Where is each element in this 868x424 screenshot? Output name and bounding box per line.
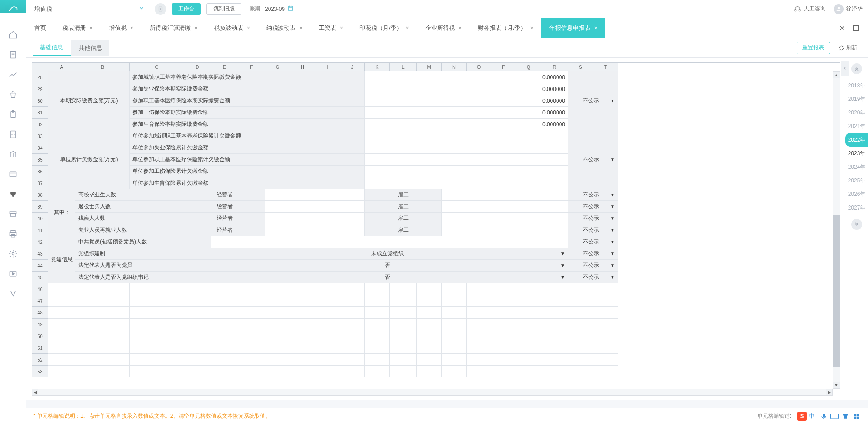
refresh-button[interactable]: 刷新 — [838, 44, 857, 52]
tab-expand-icon[interactable] — [849, 21, 863, 35]
column-header[interactable]: P — [491, 63, 516, 71]
sogou-ime-icon[interactable]: S — [797, 412, 807, 421]
empty-cell[interactable] — [593, 295, 618, 307]
row-header[interactable]: 37 — [32, 177, 48, 189]
empty-cell[interactable] — [417, 295, 442, 307]
empty-cell[interactable] — [48, 330, 75, 342]
nav-tax-icon[interactable] — [0, 184, 26, 204]
empty-cell[interactable] — [568, 342, 593, 354]
year-item[interactable]: 2019年 — [845, 92, 868, 106]
empty-cell[interactable] — [184, 307, 211, 319]
row-header[interactable]: 51 — [32, 342, 48, 354]
empty-cell[interactable] — [467, 283, 491, 295]
row-header[interactable]: 39 — [32, 201, 48, 213]
column-header[interactable]: K — [365, 63, 390, 71]
nav-archive-icon[interactable] — [0, 204, 26, 224]
column-header[interactable]: F — [238, 63, 265, 71]
nav-calc-icon[interactable] — [0, 124, 26, 144]
empty-cell[interactable] — [265, 330, 290, 342]
empty-cell[interactable] — [290, 354, 315, 366]
empty-cell[interactable] — [75, 283, 130, 295]
empty-cell[interactable] — [48, 307, 75, 319]
tab-item[interactable]: 增值税× — [101, 18, 142, 38]
empty-cell[interactable] — [568, 295, 593, 307]
row-header[interactable]: 29 — [32, 83, 48, 95]
row-header[interactable]: 41 — [32, 224, 48, 236]
empty-cell[interactable] — [265, 319, 290, 330]
empty-cell[interactable] — [390, 307, 417, 319]
empty-cell[interactable] — [265, 366, 290, 377]
subtab-basic[interactable]: 基础信息 — [33, 40, 71, 56]
switch-old-button[interactable]: 切到旧版 — [206, 3, 241, 15]
value-cell[interactable] — [211, 236, 568, 248]
mid-dropdown-cell[interactable]: 否▼ — [211, 260, 568, 272]
row-header[interactable]: 32 — [32, 119, 48, 130]
empty-cell[interactable] — [491, 342, 516, 354]
empty-cell[interactable] — [315, 295, 340, 307]
row-header[interactable]: 42 — [32, 236, 48, 248]
column-header[interactable]: O — [467, 63, 491, 71]
empty-cell[interactable] — [417, 283, 442, 295]
empty-cell[interactable] — [467, 330, 491, 342]
row-header[interactable]: 49 — [32, 319, 48, 330]
empty-cell[interactable] — [442, 283, 467, 295]
empty-cell[interactable] — [365, 295, 390, 307]
empty-cell[interactable] — [593, 330, 618, 342]
empty-cell[interactable] — [290, 307, 315, 319]
empty-cell[interactable] — [75, 354, 130, 366]
empty-cell[interactable] — [541, 366, 568, 377]
row-header[interactable]: 33 — [32, 130, 48, 142]
nav-home-icon[interactable] — [0, 25, 26, 45]
column-header[interactable]: D — [184, 63, 211, 71]
reset-report-button[interactable]: 重置报表 — [797, 42, 830, 54]
empty-cell[interactable] — [340, 319, 365, 330]
year-item[interactable]: 2020年 — [845, 106, 868, 119]
column-header[interactable]: B — [75, 63, 130, 71]
tab-item[interactable]: 税表清册× — [54, 18, 101, 38]
ime-keyboard-icon[interactable] — [830, 412, 839, 421]
empty-cell[interactable] — [211, 342, 238, 354]
empty-cell[interactable] — [516, 366, 541, 377]
empty-cell[interactable] — [541, 342, 568, 354]
empty-cell[interactable] — [340, 342, 365, 354]
row-header[interactable]: 47 — [32, 295, 48, 307]
value-cell[interactable] — [442, 224, 568, 236]
tab-close-x-icon[interactable]: × — [530, 25, 533, 31]
empty-cell[interactable] — [75, 330, 130, 342]
empty-cell[interactable] — [290, 342, 315, 354]
empty-cell[interactable] — [265, 307, 290, 319]
empty-cell[interactable] — [75, 366, 130, 377]
row-header[interactable]: 44 — [32, 260, 48, 272]
empty-cell[interactable] — [238, 330, 265, 342]
visibility-dropdown-cell[interactable]: 不公示▼ — [568, 248, 618, 260]
empty-cell[interactable] — [48, 319, 75, 330]
horizontal-scrollbar[interactable]: ◀ ▶ — [32, 389, 833, 396]
empty-cell[interactable] — [491, 330, 516, 342]
tab-item[interactable]: 纳税波动表× — [258, 18, 311, 38]
empty-cell[interactable] — [516, 354, 541, 366]
empty-cell[interactable] — [265, 283, 290, 295]
column-header[interactable]: Q — [516, 63, 541, 71]
row-header[interactable]: 48 — [32, 307, 48, 319]
column-header[interactable]: E — [211, 63, 238, 71]
empty-cell[interactable] — [130, 330, 184, 342]
nav-window-icon[interactable] — [0, 164, 26, 184]
empty-cell[interactable] — [365, 307, 390, 319]
empty-cell[interactable] — [593, 283, 618, 295]
column-header[interactable]: A — [48, 63, 75, 71]
empty-cell[interactable] — [211, 283, 238, 295]
value-cell[interactable] — [365, 177, 568, 189]
row-header[interactable]: 45 — [32, 272, 48, 283]
empty-cell[interactable] — [568, 330, 593, 342]
empty-cell[interactable] — [516, 307, 541, 319]
value-cell[interactable] — [265, 201, 365, 213]
scroll-down-icon[interactable]: ▼ — [833, 382, 840, 388]
empty-cell[interactable] — [315, 366, 340, 377]
empty-cell[interactable] — [442, 319, 467, 330]
empty-cell[interactable] — [265, 354, 290, 366]
value-cell[interactable] — [442, 201, 568, 213]
empty-cell[interactable] — [442, 366, 467, 377]
column-header[interactable]: H — [290, 63, 315, 71]
empty-cell[interactable] — [516, 342, 541, 354]
value-cell[interactable] — [365, 142, 568, 154]
